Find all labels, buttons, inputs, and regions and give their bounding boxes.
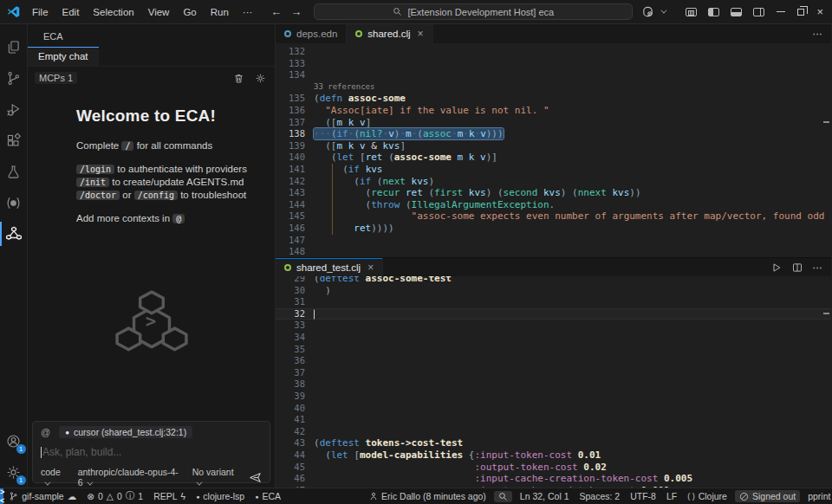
code-line[interactable]: 29(deftest assoc-some-test [276,276,831,285]
customize-layout-icon[interactable] [686,8,697,16]
code-line[interactable]: 38 [276,378,831,391]
trash-icon[interactable] [233,73,244,84]
line-number[interactable]: 143 [276,187,305,199]
git-blame-item[interactable]: Eric Dallo (8 minutes ago) [364,491,491,501]
line-number[interactable]: 141 [276,164,305,176]
code-line[interactable]: 30 ) [276,285,831,297]
line-number[interactable]: 145 [276,210,305,223]
code-line[interactable]: 39 [276,391,831,403]
code-line[interactable]: 134 [276,69,831,81]
menu-file[interactable]: File [26,4,55,20]
menu-selection[interactable]: Selection [87,4,140,20]
code-line[interactable]: 44 (let [model-capabilities {:input-toke… [276,449,831,462]
minimize-button[interactable] [777,11,785,12]
menu-more[interactable]: ··· [237,4,259,20]
code-line[interactable]: 43(deftest tokens->cost-test [276,437,831,449]
codelens-references[interactable]: 33 references [276,81,831,94]
line-number[interactable]: 137 [276,117,305,129]
signed-out-item[interactable]: Signed out [735,490,800,502]
line-number[interactable]: 47 [276,485,305,488]
toggle-secondary-sidebar-icon[interactable] [753,8,764,16]
code-line[interactable]: 144 (throw (IllegalArgumentException. [276,199,831,211]
toggle-sidebar-icon[interactable] [708,8,719,16]
line-number[interactable]: 36 [276,355,305,367]
line-number[interactable]: 133 [276,58,305,70]
settings-gear-icon[interactable]: 1 [0,456,28,488]
line-number[interactable]: 39 [276,391,305,403]
line-number[interactable]: 135 [276,93,305,105]
repl-item[interactable]: REPLϟ [148,491,191,501]
line-number[interactable]: 140 [276,152,305,164]
context-chip[interactable]: ● cursor (shared_test.clj:32:1) [59,426,192,438]
command-center-search[interactable]: [Extension Development Host] eca [314,3,633,20]
indentation-item[interactable]: Spaces: 2 [574,491,625,501]
line-number[interactable]: 32 [276,308,305,320]
explorer-icon[interactable] [0,31,28,62]
code-line[interactable]: 42 [276,426,831,438]
line-number[interactable]: 33 [276,320,305,332]
account-icon[interactable]: 1 [0,425,28,456]
run-debug-icon[interactable] [0,94,28,125]
line-number[interactable]: 35 [276,344,305,356]
eol-item[interactable]: LF [661,491,682,501]
code-line[interactable]: 32 [276,308,831,320]
code-line[interactable]: 41 [276,414,831,426]
line-number[interactable]: 138 [276,128,305,140]
line-number[interactable]: 139 [276,140,305,152]
testing-icon[interactable] [0,156,28,187]
eca-icon[interactable] [0,218,28,249]
restore-button[interactable] [797,9,804,16]
editor-more-actions-icon[interactable]: ⋯ [813,28,823,40]
menu-edit[interactable]: Edit [56,4,86,20]
chat-input[interactable]: Ask, plan, build... [41,445,262,459]
editor-more-actions-icon[interactable]: ⋯ [813,262,823,274]
code-line[interactable]: 36 [276,355,831,367]
add-context-button[interactable]: @ [41,427,50,437]
model-select[interactable]: anthropic/claude-opus-4-6 [78,467,180,488]
tab-shared-clj[interactable]: shared.clj × [347,24,432,43]
mcps-badge[interactable]: MCPs 1 [35,72,77,84]
editor-shared-test-clj[interactable]: 29(deftest assoc-some-test30 )3132333435… [276,276,831,488]
close-tab-icon[interactable]: × [367,262,374,274]
code-line[interactable]: 33 [276,320,831,332]
code-line[interactable]: 37 [276,367,831,379]
git-branch-item[interactable]: gif-sample ☁ [3,491,81,501]
forward-icon[interactable]: → [290,5,302,18]
line-number[interactable]: 144 [276,199,305,211]
variant-select[interactable]: No variant [192,467,237,488]
code-line[interactable]: 31 [276,296,831,308]
line-number[interactable]: 44 [276,449,305,462]
line-number[interactable]: 136 [276,105,305,117]
send-button[interactable] [249,472,262,483]
line-number[interactable]: 34 [276,332,305,344]
code-line[interactable]: 133 [276,58,831,70]
line-number[interactable]: 37 [276,367,305,379]
line-number[interactable]: 134 [276,69,305,81]
line-number[interactable]: 30 [276,285,305,297]
line-number[interactable]: 41 [276,414,305,426]
code-line[interactable]: 135(defn assoc-some [276,93,831,105]
code-line[interactable]: 35 [276,344,831,356]
calva-repl-icon[interactable] [0,187,28,218]
language-item[interactable]: ( ) Clojure [682,491,732,501]
code-line[interactable]: 139 ([m k v & kvs] [276,140,831,152]
back-icon[interactable]: ← [270,5,282,18]
code-line[interactable]: 140 (let [ret (assoc-some m k v)] [276,152,831,164]
source-control-icon[interactable] [0,62,28,94]
code-line[interactable]: 132 [276,46,831,58]
clojure-lsp-item[interactable]: ●clojure-lsp [191,491,250,501]
code-line[interactable]: 40 [276,403,831,415]
mode-select[interactable]: code [41,467,66,488]
close-button[interactable]: × [816,5,823,18]
line-number[interactable]: 43 [276,437,305,449]
line-number[interactable]: 147 [276,235,305,247]
line-number[interactable]: 45 [276,462,305,474]
code-line[interactable]: 143 (recur ret (first kvs) (second kvs) … [276,187,831,199]
encoding-item[interactable]: UTF-8 [625,491,661,501]
menu-view[interactable]: View [142,4,176,20]
run-tests-icon[interactable] [771,262,782,273]
line-number[interactable]: 42 [276,426,305,438]
close-tab-icon[interactable]: × [418,28,424,40]
problems-item[interactable]: ⊗0 △0 ⓘ1 [81,490,148,502]
code-line[interactable]: 147 [276,235,831,247]
